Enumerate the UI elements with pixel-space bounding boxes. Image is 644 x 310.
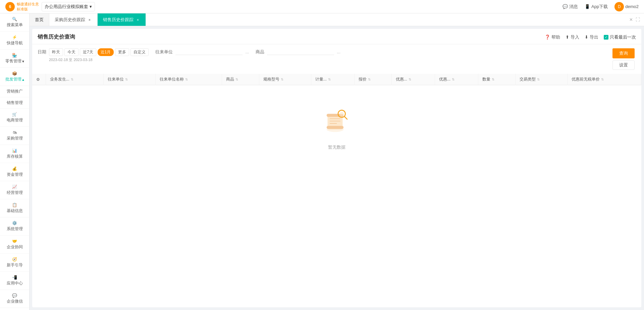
sidebar-item-label: 企业协同 [7, 244, 23, 250]
purchase-history-tab-close[interactable]: × [87, 17, 92, 22]
col-quote[interactable]: 报价 ⇅ [354, 74, 391, 85]
empty-illustration [320, 105, 354, 139]
app-logo-icon: 6 [5, 2, 15, 11]
col-partner-code[interactable]: 往来单位 ⇅ [104, 74, 156, 85]
quick-nav-icon: ⚡ [12, 35, 17, 40]
sidebar-item-guide[interactable]: 🧭 新手引导 [0, 254, 29, 272]
empty-text: 暂无数据 [328, 144, 345, 150]
goods-filter-group: 商品 ... [256, 48, 340, 55]
app-center-icon: 📲 [12, 275, 17, 280]
import-icon: ⬆ [566, 35, 569, 40]
sidebar-item-app-center[interactable]: 📲 应用中心 [0, 272, 29, 290]
retail-icon: 🏪 [12, 53, 17, 58]
tab-fullscreen-icon[interactable]: ⛶ [636, 17, 640, 22]
sidebar-item-quick-nav[interactable]: ⚡ 快捷导航 [0, 32, 29, 50]
help-button[interactable]: ❓ 帮助 [545, 34, 560, 40]
sort-icon: ⇅ [125, 78, 128, 81]
sort-icon: ⇅ [537, 78, 540, 81]
sidebar-item-label: 基础信息 [7, 208, 23, 214]
date-buttons: 昨天 今天 近7天 近1月 更多 自定义 [49, 48, 149, 56]
col-qty[interactable]: 数量 ⇅ [478, 74, 516, 85]
date-btn-1month[interactable]: 近1月 [98, 48, 114, 56]
sidebar-item-operations[interactable]: 📈 经营管理 [0, 181, 29, 199]
goods-dots[interactable]: ... [337, 49, 340, 54]
col-discount2[interactable]: 优惠... ⇅ [435, 74, 478, 85]
ecommerce-icon: 🛒 [12, 112, 17, 117]
sort-icon: ⇅ [409, 78, 411, 81]
partner-dots[interactable]: ... [245, 49, 249, 54]
sidebar-item-label: 资金管理 [7, 172, 23, 177]
app-download-action[interactable]: 📱 App下载 [585, 4, 608, 10]
page-header-actions: ❓ 帮助 ⬆ 导入 ⬇ 导出 ✓ 只看最后一次 [545, 34, 636, 40]
sidebar-item-sales-mgmt[interactable]: 销售管理 [0, 97, 29, 109]
date-btn-today[interactable]: 今天 [64, 48, 78, 56]
sales-history-tab-label: 销售历史价跟踪 [103, 17, 133, 23]
sidebar-item-label: 新手引导 [7, 262, 23, 268]
export-button[interactable]: ⬇ 导出 [585, 34, 598, 40]
col-pretax-price[interactable]: 优惠前无税单价 ⇅ [567, 74, 641, 85]
sidebar-item-basic-info[interactable]: 📋 基础信息 [0, 199, 29, 217]
account-selector[interactable]: 办公用品行业模拟账套 ▾ [42, 2, 95, 11]
sidebar-item-label: 电商管理 [7, 117, 23, 123]
sidebar-item-label: 零售管理 [5, 58, 21, 64]
sidebar-item-finance[interactable]: 💰 资金管理 [0, 163, 29, 181]
purchase-history-tab-label: 采购历史价跟踪 [55, 17, 85, 23]
import-button[interactable]: ⬆ 导入 [566, 34, 579, 40]
sidebar-item-label: 企业微信 [7, 299, 23, 304]
table-container: ⚙ 业务发生... ⇅ 往来单位 [32, 74, 641, 307]
tab-purchase-history[interactable]: 采购历史价跟踪 × [49, 13, 98, 26]
settings-button[interactable]: 设置 [612, 60, 635, 70]
data-table: ⚙ 业务发生... ⇅ 往来单位 [32, 74, 641, 85]
sidebar-item-label: 快捷导航 [7, 40, 23, 46]
only-last-checkbox[interactable]: ✓ 只看最后一次 [604, 34, 636, 40]
top-header: 6 畅捷通好生意 标准版 办公用品行业模拟账套 ▾ 💬 消息 📱 App下载 D… [0, 0, 644, 13]
sidebar-item-label: 系统管理 [7, 226, 23, 232]
sidebar-item-label: 搜索菜单 [7, 22, 23, 28]
col-settings[interactable]: ⚙ [32, 74, 46, 85]
sidebar-item-marketing[interactable]: 营销推广 [0, 86, 29, 97]
goods-input[interactable] [267, 48, 334, 55]
message-action[interactable]: 💬 消息 [562, 4, 578, 10]
date-btn-custom[interactable]: 自定义 [130, 48, 149, 56]
sidebar-item-member[interactable]: 👑 畅会员 [0, 308, 29, 310]
sidebar-item-purchase[interactable]: 🛍 采购管理 [0, 127, 29, 145]
col-unit[interactable]: 计量... ⇅ [311, 74, 354, 85]
query-button[interactable]: 查询 [612, 48, 635, 58]
date-btn-more[interactable]: 更多 [115, 48, 129, 56]
message-icon: 💬 [562, 4, 568, 9]
logo-area: 6 畅捷通好生意 标准版 [5, 2, 39, 11]
dropdown-icon: ▾ [90, 4, 92, 9]
tab-sales-history[interactable]: 销售历史价跟踪 × [98, 13, 146, 26]
user-action[interactable]: D demo2 [614, 2, 639, 11]
date-btn-yesterday[interactable]: 昨天 [49, 48, 63, 56]
sidebar-item-system[interactable]: ⚙️ 系统管理 [0, 217, 29, 236]
sales-history-tab-close[interactable]: × [136, 17, 140, 22]
sidebar-item-wechat[interactable]: 💬 企业微信 [0, 290, 29, 308]
page-content: 销售历史价查询 ❓ 帮助 ⬆ 导入 ⬇ 导出 ✓ [32, 29, 641, 307]
sort-icon: ⇅ [281, 78, 283, 81]
tab-home[interactable]: 首页 [30, 13, 49, 26]
sidebar-item-retail[interactable]: 🏪 零售管理 ▾ [0, 50, 29, 68]
sidebar-item-wholesale[interactable]: 📦 批发管理 ▴ [0, 68, 29, 86]
col-goods[interactable]: 商品 ⇅ [222, 74, 259, 85]
col-spec[interactable]: 规格型号 ⇅ [259, 74, 311, 85]
partner-input[interactable] [175, 48, 243, 55]
sidebar-item-inventory[interactable]: 📊 库存核算 [0, 145, 29, 163]
goods-filter-label: 商品 [256, 48, 264, 55]
search-menu-icon: 🔍 [12, 17, 17, 21]
col-partner-name[interactable]: 往来单位名称 ⇅ [155, 74, 222, 85]
col-biz-date[interactable]: 业务发生... ⇅ [46, 74, 104, 85]
purchase-icon: 🛍 [13, 130, 17, 135]
finance-icon: 💰 [12, 166, 17, 171]
sidebar-item-enterprise[interactable]: 🤝 企业协同 [0, 236, 29, 254]
sidebar-item-search-menu[interactable]: 🔍 搜索菜单 [0, 13, 29, 32]
tab-close-all-icon[interactable]: ✕ [629, 17, 633, 22]
chevron-up-icon: ▴ [22, 77, 24, 82]
sidebar-item-ecommerce[interactable]: 🛒 电商管理 [0, 109, 29, 127]
col-trade-type[interactable]: 交易类型 ⇅ [516, 74, 568, 85]
inventory-icon: 📊 [12, 148, 17, 153]
col-discount1[interactable]: 优惠... ⇅ [391, 74, 435, 85]
empty-state: 暂无数据 [32, 85, 641, 170]
date-btn-7days[interactable]: 近7天 [80, 48, 96, 56]
sort-icon: ⇅ [452, 78, 454, 81]
